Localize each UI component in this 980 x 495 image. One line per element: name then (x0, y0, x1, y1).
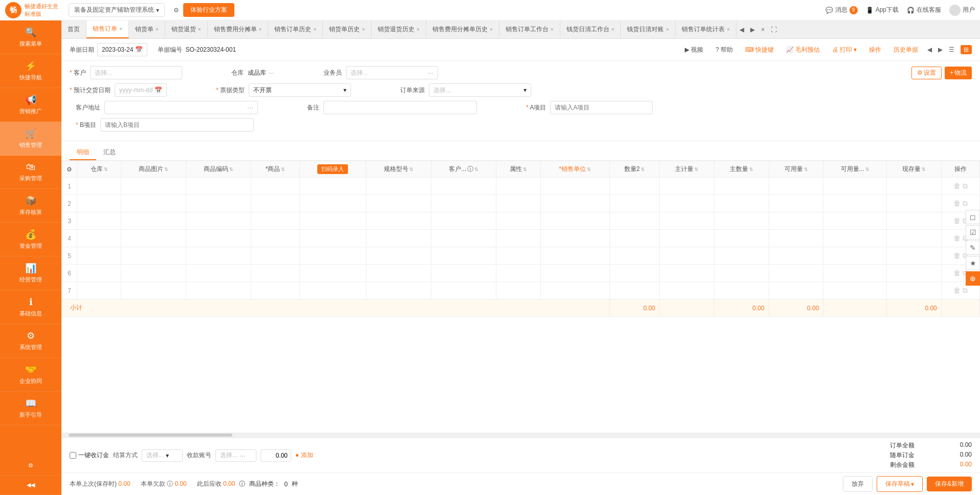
table-cell[interactable] (121, 230, 186, 247)
scroll-thumb[interactable] (69, 434, 232, 437)
tab-expand-button[interactable]: ⛶ (768, 24, 780, 35)
tab-more-button[interactable]: × (758, 24, 768, 35)
table-cell[interactable] (769, 195, 823, 212)
table-cell[interactable] (609, 195, 660, 212)
tab-sales-invoice[interactable]: 销货单 × (129, 21, 165, 38)
copy-row-button[interactable]: ⧉ (963, 286, 968, 294)
address-dots-button[interactable]: ··· (247, 103, 253, 112)
table-cell[interactable] (660, 282, 714, 299)
table-cell[interactable] (609, 265, 660, 282)
save-draft-button[interactable]: 保存草稿 ▾ (877, 476, 923, 492)
payment-method-select[interactable]: 选择... ▾ (142, 449, 183, 462)
customer-input[interactable]: 选择... (90, 66, 182, 79)
order-source-select[interactable]: 选择... ▾ (429, 83, 531, 97)
table-cell[interactable] (660, 230, 714, 247)
tab-close-sales-expense[interactable]: × (259, 27, 262, 32)
tab-next-button[interactable]: ▶ (747, 24, 758, 35)
table-cell[interactable] (823, 230, 887, 247)
float-favorite-button[interactable]: ★ (966, 256, 980, 270)
delete-row-button[interactable]: 🗑 (953, 217, 961, 225)
th-product-image[interactable]: 商品图片⇅ (121, 161, 186, 178)
table-cell[interactable] (714, 212, 769, 230)
tab-daily-workspace[interactable]: 钱货日清工作台 × (560, 21, 621, 38)
sidebar-item-purchase[interactable]: 🛍 采购管理 (0, 156, 61, 189)
tab-sales-order-history[interactable]: 销售订单历史 × (268, 21, 323, 38)
table-cell[interactable] (769, 247, 823, 265)
tab-detail[interactable]: 明细 (70, 145, 96, 160)
table-cell[interactable] (121, 265, 186, 282)
table-cell[interactable] (540, 212, 609, 230)
table-cell[interactable] (77, 230, 121, 247)
th-available[interactable]: 可用量⇅ (769, 161, 823, 178)
tab-sales-invoice-history[interactable]: 销货单历史 × (323, 21, 372, 38)
one-click-settle-input[interactable] (70, 452, 76, 459)
table-cell[interactable] (299, 282, 366, 299)
table-cell[interactable] (660, 178, 714, 195)
copy-row-button[interactable]: ⧉ (963, 199, 968, 207)
table-cell[interactable] (431, 247, 496, 265)
table-cell[interactable] (251, 195, 299, 212)
table-cell[interactable] (609, 282, 660, 299)
table-cell[interactable] (769, 178, 823, 195)
table-cell[interactable] (299, 212, 366, 230)
table-cell[interactable] (769, 230, 823, 247)
tab-close-daily-reconcile[interactable]: × (666, 27, 669, 32)
table-cell[interactable] (366, 195, 431, 212)
table-cell[interactable] (714, 247, 769, 265)
tab-close-sales-order[interactable]: × (119, 26, 122, 32)
tab-close-sales-invoice-history[interactable]: × (362, 27, 365, 32)
table-cell[interactable] (431, 195, 496, 212)
app-download-button[interactable]: 📱 App下载 (866, 6, 899, 14)
amount-input[interactable] (260, 449, 291, 462)
table-cell[interactable] (121, 178, 186, 195)
table-cell[interactable] (251, 282, 299, 299)
tab-prev-button[interactable]: ◀ (736, 24, 747, 35)
history-bill-button[interactable]: 历史单据 (890, 45, 921, 55)
th-main-qty[interactable]: 主数量⇅ (714, 161, 769, 178)
sidebar-item-management[interactable]: 📊 经营管理 (0, 256, 61, 290)
float-action-button[interactable]: ⊕ (966, 271, 980, 286)
table-cell[interactable] (496, 265, 540, 282)
customer-address-input[interactable]: ··· (104, 101, 258, 114)
save-new-button[interactable]: 保存&新增 (927, 477, 972, 491)
table-cell[interactable] (660, 212, 714, 230)
float-checklist-button[interactable]: ☑ (966, 225, 980, 240)
table-cell[interactable] (823, 195, 887, 212)
copy-row-button[interactable]: ⧉ (963, 182, 968, 190)
table-cell[interactable] (714, 265, 769, 282)
table-cell[interactable] (431, 178, 496, 195)
invoice-type-select[interactable]: 不开票 ▾ (249, 83, 351, 97)
th-warehouse[interactable]: 仓库⇅ (77, 161, 121, 178)
delete-row-button[interactable]: 🗑 (953, 199, 961, 207)
table-cell[interactable] (496, 282, 540, 299)
system-selector[interactable]: 装备及固定资产辅助管理系统 ▾ (69, 3, 165, 17)
sidebar-item-basic-info[interactable]: ℹ 基础信息 (0, 290, 61, 324)
th-sales-unit[interactable]: *销售单位⇅ (540, 161, 609, 178)
table-cell[interactable] (366, 178, 431, 195)
delete-row-button[interactable]: 🗑 (953, 182, 961, 190)
sidebar-item-search[interactable]: 🔍 搜索菜单 (0, 20, 61, 54)
notes-input[interactable] (323, 101, 477, 114)
table-cell[interactable] (496, 230, 540, 247)
table-cell[interactable] (299, 247, 366, 265)
table-cell[interactable] (121, 212, 186, 230)
tab-sales-return[interactable]: 销货退货 × (165, 21, 208, 38)
operation-button[interactable]: 操作 (866, 45, 884, 55)
tab-close-sales-return[interactable]: × (198, 27, 201, 32)
tab-close-daily-workspace[interactable]: × (612, 27, 615, 32)
tab-close-sales-order-history[interactable]: × (313, 27, 316, 32)
view-video-button[interactable]: ▶ 视频 (682, 45, 706, 55)
table-cell[interactable] (251, 212, 299, 230)
table-cell[interactable] (714, 282, 769, 299)
table-cell[interactable] (769, 265, 823, 282)
tab-close-return-history[interactable]: × (417, 27, 420, 32)
sidebar-collapse-button[interactable]: ◀◀ (0, 476, 61, 495)
table-cell[interactable] (714, 195, 769, 212)
delete-row-button[interactable]: 🗑 (953, 286, 961, 294)
table-cell[interactable] (366, 265, 431, 282)
table-cell[interactable] (887, 195, 942, 212)
table-cell[interactable] (77, 247, 121, 265)
float-edit-button[interactable]: ✎ (966, 241, 980, 255)
tab-summary[interactable]: 汇总 (96, 145, 123, 160)
th-spec[interactable]: 规格型号⇅ (366, 161, 431, 178)
